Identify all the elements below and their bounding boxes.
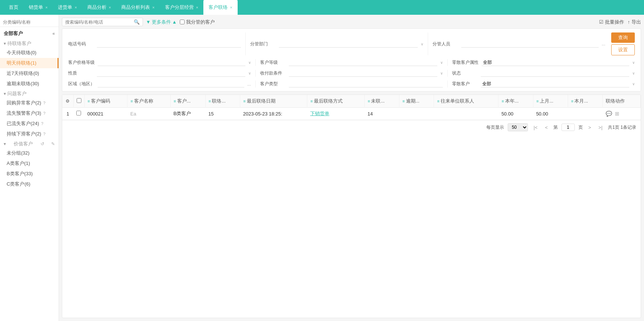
nav-customer-tier[interactable]: 客户分层经营 × bbox=[160, 0, 203, 15]
close-icon[interactable]: × bbox=[109, 5, 111, 10]
nav-purchase-order[interactable]: 进货单 × bbox=[53, 0, 82, 15]
close-icon[interactable]: × bbox=[230, 5, 232, 10]
my-customers-check-input[interactable] bbox=[180, 20, 185, 24]
status-input[interactable] bbox=[481, 70, 629, 77]
contact-action-icon[interactable]: 💬 bbox=[606, 111, 612, 117]
search-icon[interactable]: 🔍 bbox=[134, 19, 140, 25]
more-action-icon[interactable]: ⊞ bbox=[615, 111, 619, 117]
customer-level-input[interactable] bbox=[289, 59, 437, 66]
col-contact[interactable]: ≡联络... bbox=[206, 95, 240, 108]
close-icon[interactable]: × bbox=[196, 5, 198, 10]
chevron-down-icon[interactable]: ∨ bbox=[632, 82, 635, 86]
sidebar-item-today-pending[interactable]: 今天待联络(0) bbox=[0, 48, 59, 58]
page-input[interactable] bbox=[561, 124, 575, 131]
filter-retail-customer: 零散客户 ∨ bbox=[452, 80, 635, 87]
sidebar-item-declining[interactable]: 持续下滑客户(2) ? bbox=[0, 129, 59, 139]
sidebar-item-ungrouped[interactable]: 未分组(32) bbox=[0, 148, 59, 158]
query-button[interactable]: 查询 bbox=[611, 32, 635, 43]
refresh-icon[interactable]: ↺ bbox=[41, 141, 44, 146]
collapse-icon[interactable]: « bbox=[52, 31, 55, 36]
col-last-contact-method[interactable]: ≡最后联络方式 bbox=[307, 95, 365, 108]
close-icon[interactable]: × bbox=[74, 5, 77, 10]
chevron-down-icon[interactable]: ∨ bbox=[248, 61, 251, 65]
chevron-down-icon[interactable]: ∨ bbox=[632, 71, 635, 75]
sidebar-item-a-class[interactable]: A类客户(1) bbox=[0, 158, 59, 169]
nav-customer-contact[interactable]: 客户联络 × bbox=[203, 0, 237, 15]
row-type: B类客户 bbox=[171, 108, 206, 120]
edit-icon[interactable]: ✎ bbox=[51, 141, 55, 146]
nav-product-analysis-list[interactable]: 商品分析列表 × bbox=[116, 0, 160, 15]
prev-page-button[interactable]: < bbox=[543, 124, 550, 131]
ellipsis-icon[interactable]: ... bbox=[247, 82, 251, 87]
customer-type-input[interactable] bbox=[289, 80, 443, 87]
ellipsis-icon[interactable]: ... bbox=[602, 41, 605, 46]
region-input[interactable] bbox=[98, 80, 244, 87]
nav-sales-order[interactable]: 销货单 × bbox=[24, 0, 53, 15]
col-customer-code[interactable]: ≡客户编码 bbox=[84, 95, 127, 108]
col-this-month[interactable]: ≡本月... bbox=[568, 95, 602, 108]
more-conditions-button[interactable]: ▼ 更多条件 ▲ bbox=[146, 19, 177, 25]
filter-gender: 性质 ∨ bbox=[68, 70, 251, 77]
price-level-input[interactable] bbox=[98, 59, 245, 66]
search-input[interactable] bbox=[65, 20, 134, 25]
close-icon[interactable]: × bbox=[45, 5, 48, 10]
last-page-button[interactable]: >| bbox=[596, 124, 604, 131]
first-page-button[interactable]: |< bbox=[532, 124, 539, 131]
all-customers-title[interactable]: 全部客户 « bbox=[0, 28, 59, 39]
sidebar-item-overdue-pending[interactable]: 逾期未联络(30) bbox=[0, 79, 59, 89]
set-button[interactable]: 设置 bbox=[611, 44, 635, 55]
sidebar-item-b-class[interactable]: B类客户(33) bbox=[0, 169, 59, 179]
per-page-select[interactable]: 50 100 200 bbox=[508, 123, 528, 131]
chevron-down-icon[interactable]: ∨ bbox=[248, 71, 251, 75]
sidebar-item-tomorrow-pending[interactable]: 明天待联络(1) bbox=[0, 58, 59, 68]
help-icon[interactable]: ? bbox=[43, 111, 45, 115]
my-customers-checkbox[interactable]: 我分管的客户 bbox=[180, 19, 215, 25]
retail-customer-input[interactable] bbox=[481, 80, 629, 87]
col-last-month[interactable]: ≡上月... bbox=[533, 95, 568, 108]
table-header-row: ⚙ ≡客户编码 ≡客户名称 ≡客户... ≡联络... ≡最后联络日期 ≡最后联… bbox=[62, 95, 641, 108]
next-page-button[interactable]: > bbox=[587, 124, 593, 131]
row-select-checkbox[interactable] bbox=[76, 111, 81, 115]
nav-home[interactable]: 首页 bbox=[4, 0, 24, 15]
select-all-checkbox[interactable] bbox=[77, 98, 81, 103]
row-num: 1 bbox=[62, 108, 73, 120]
manager-input[interactable] bbox=[461, 41, 599, 48]
chevron-down-icon[interactable]: ∨ bbox=[440, 71, 443, 75]
chevron-down-icon[interactable]: ∨ bbox=[440, 61, 443, 65]
export-button[interactable]: ↑ 导出 bbox=[628, 19, 641, 25]
sidebar-item-churn-warning[interactable]: 流失预警客户(3) ? bbox=[0, 108, 59, 118]
search-box[interactable]: 🔍 bbox=[62, 18, 143, 26]
col-uncontacted[interactable]: ≡未联... bbox=[364, 95, 399, 108]
payment-input[interactable] bbox=[289, 70, 437, 77]
sidebar-group-value: 价值客户 ↺ ✎ bbox=[0, 139, 59, 148]
col-overdue[interactable]: ≡逾期... bbox=[399, 95, 434, 108]
col-unit-contact[interactable]: ≡往来单位联系人 bbox=[434, 95, 498, 108]
sidebar-item-churned[interactable]: 已流失客户(24) ? bbox=[0, 118, 59, 129]
sidebar-search-input[interactable] bbox=[3, 20, 58, 25]
batch-operation-button[interactable]: ☑ 批量操作 bbox=[599, 19, 624, 25]
col-customer-name[interactable]: ≡客户名称 bbox=[127, 95, 171, 108]
retail-attr-input[interactable] bbox=[482, 59, 629, 66]
help-icon[interactable]: ? bbox=[43, 101, 45, 105]
dept-input[interactable] bbox=[279, 41, 417, 48]
col-this-year[interactable]: ≡本年... bbox=[498, 95, 533, 108]
filter-status: 状态 ∨ bbox=[452, 70, 635, 77]
help-icon[interactable]: ? bbox=[41, 121, 43, 126]
sidebar-item-week-pending[interactable]: 近7天待联络(0) bbox=[0, 68, 59, 79]
sidebar-item-repurchase-abnormal[interactable]: 回购异常客户(2) ? bbox=[0, 98, 59, 108]
sidebar-item-c-class[interactable]: C类客户(6) bbox=[0, 179, 59, 189]
gender-input[interactable] bbox=[97, 70, 245, 77]
col-last-contact-date[interactable]: ≡最后联络日期 bbox=[240, 95, 307, 108]
col-customer-type[interactable]: ≡客户... bbox=[171, 95, 206, 108]
gender-label: 性质 bbox=[68, 70, 94, 76]
nav-product-analysis[interactable]: 商品分析 × bbox=[82, 0, 116, 15]
sidebar-search-bar[interactable]: 🔍 bbox=[0, 18, 59, 27]
row-actions: 💬 ⊞ bbox=[603, 108, 641, 120]
close-icon[interactable]: × bbox=[152, 5, 154, 10]
phone-input[interactable] bbox=[97, 41, 241, 48]
chevron-down-icon[interactable]: ∨ bbox=[632, 61, 635, 65]
help-icon[interactable]: ? bbox=[43, 132, 45, 136]
col-settings[interactable]: ⚙ bbox=[62, 95, 73, 108]
status-label: 状态 bbox=[452, 70, 478, 76]
chevron-down-icon[interactable]: ∨ bbox=[421, 42, 423, 46]
